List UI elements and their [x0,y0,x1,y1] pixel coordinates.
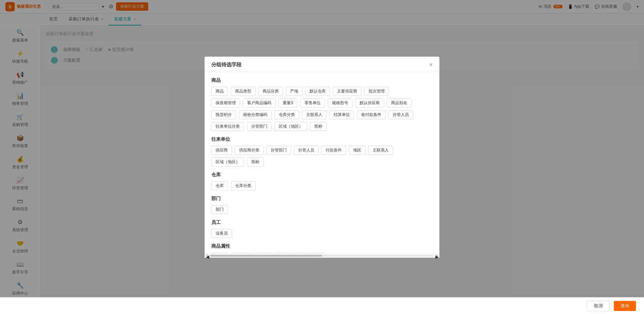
scroll-right-btn[interactable]: ▶ [435,254,438,257]
partner-tags-row: 供应商 供应商分类 分管部门 分管人员 付款条件 地区 主联系人 [211,146,433,155]
tag-partner-8[interactable]: 区域（地区） [211,158,244,167]
tag-product-25[interactable]: 简称 [310,122,327,131]
tag-product-17[interactable]: 仓库分类 [274,110,299,119]
tag-product-9[interactable]: 客户商品编码 [243,99,276,108]
tag-partner-5[interactable]: 付款条件 [321,146,346,155]
confirm-button[interactable]: 查询 [614,301,636,311]
modal-body[interactable]: 商品 商品 商品类型 商品分类 产地 默认仓库 主要供应商 批次管理 保质期管理… [205,72,439,254]
modal-header: 分组待选字段 × [205,57,439,72]
tag-product-3[interactable]: 商品分类 [258,87,283,96]
modal-close-button[interactable]: × [429,61,433,68]
tag-partner-6[interactable]: 地区 [349,146,366,155]
product-tags-row: 商品 商品类型 商品分类 产地 默认仓库 主要供应商 批次管理 [211,87,433,96]
tag-product-5[interactable]: 默认仓库 [305,87,330,96]
tag-partner-4[interactable]: 分管人员 [294,146,319,155]
modal-overlay: 分组待选字段 × 商品 商品 商品类型 商品分类 产地 默认仓库 主要供应商 批… [0,0,644,314]
section-title-partner: 往来单位 [211,136,433,142]
tag-product-13[interactable]: 默认供应商 [355,99,384,108]
cancel-button[interactable]: 取消 [587,301,610,311]
tag-product-2[interactable]: 商品类型 [231,87,256,96]
tag-partner-1[interactable]: 供应商 [211,146,232,155]
field-select-modal: 分组待选字段 × 商品 商品 商品类型 商品分类 产地 默认仓库 主要供应商 批… [205,57,439,258]
section-title-dept: 部门 [211,196,433,202]
scroll-thumb [210,255,322,257]
tag-product-21[interactable]: 分管人员 [388,110,413,119]
tag-partner-3[interactable]: 分管部门 [266,146,291,155]
product-tags-row-4: 往来单位分类 分管部门 区域（地区） 简称 [211,122,433,131]
employee-tags-row: 业务员 [211,229,433,238]
tag-product-14[interactable]: 商品别名 [387,99,412,108]
section-title-employee: 员工 [211,219,433,226]
tag-product-1[interactable]: 商品 [211,87,228,96]
tag-product-7[interactable]: 批次管理 [364,87,389,96]
tag-product-8[interactable]: 保质期管理 [211,99,240,108]
section-title-product-attr: 商品属性 [211,243,433,249]
tag-warehouse-2[interactable]: 仓库分类 [231,181,256,190]
product-tags-row-3: 拣货积分 税收分类编码 仓库分类 主联系人 结算单位 收付款条件 分管人员 [211,110,433,119]
tag-product-15[interactable]: 拣货积分 [211,110,236,119]
tag-product-12[interactable]: 规格型号 [328,99,353,108]
tag-product-20[interactable]: 收付款条件 [357,110,386,119]
modal-title: 分组待选字段 [211,62,241,68]
section-title-warehouse: 仓库 [211,172,433,178]
tag-partner-7[interactable]: 主联系人 [368,146,393,155]
tag-dept-1[interactable]: 部门 [211,205,228,214]
tag-product-24[interactable]: 区域（地区） [274,122,307,131]
tag-product-23[interactable]: 分管部门 [247,122,272,131]
warehouse-tags-row: 仓库 仓库分类 [211,181,433,190]
tag-partner-9[interactable]: 简称 [247,158,264,167]
scroll-left-btn[interactable]: ◀ [206,254,209,257]
dept-tags-row: 部门 [211,205,433,214]
tag-warehouse-1[interactable]: 仓库 [211,181,228,190]
tag-product-19[interactable]: 结算单位 [329,110,354,119]
tag-product-22[interactable]: 往来单位分类 [211,122,244,131]
partner-tags-row-2: 区域（地区） 简称 [211,158,433,167]
tag-partner-2[interactable]: 供应商分类 [235,146,264,155]
tag-product-16[interactable]: 税收分类编码 [239,110,272,119]
bottom-bar: 取消 查询 [0,297,644,314]
section-title-product: 商品 [211,77,433,83]
tag-product-11[interactable]: 零售单位 [300,99,325,108]
tag-product-10[interactable]: 重量3 [278,99,298,108]
tag-product-4[interactable]: 产地 [286,87,303,96]
product-tags-row-2: 保质期管理 客户商品编码 重量3 零售单位 规格型号 默认供应商 商品别名 [211,99,433,108]
tag-product-18[interactable]: 主联系人 [302,110,327,119]
horizontal-scrollbar[interactable]: ◀ ▶ [205,253,439,257]
tag-employee-1[interactable]: 业务员 [211,229,232,238]
scroll-track[interactable] [210,255,434,257]
tag-product-6[interactable]: 主要供应商 [333,87,362,96]
